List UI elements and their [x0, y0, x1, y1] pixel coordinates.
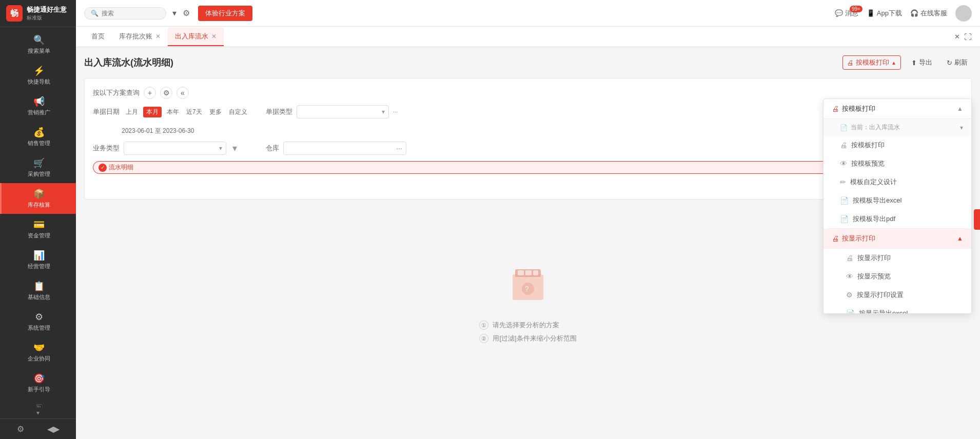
topbar-settings-icon[interactable]: ⚙ [181, 6, 192, 20]
dropdown-preview-template[interactable]: 👁 按模板预览 [824, 154, 971, 173]
system-icon: ⚙ [35, 311, 43, 323]
app-center-icon: 📱 [33, 404, 45, 407]
design-icon: ✏ [840, 178, 846, 186]
print-template-button[interactable]: 🖨 按模板打印 ▲ [842, 55, 901, 70]
date-options: 上月 本月 本年 近7天 更多 自定义 [124, 107, 249, 117]
sidebar-item-app-center[interactable]: 📱 应用中心 [0, 398, 76, 407]
biz-type-dropdown-icon[interactable]: ▾ [232, 143, 237, 154]
dropdown-preview-display[interactable]: 👁 按显示预览 [824, 267, 971, 286]
doc-type-more-icon[interactable]: ··· [393, 108, 398, 115]
tab-inventory-flow-close[interactable]: ✕ [211, 33, 217, 40]
message-button[interactable]: 💬 消息 99+ [835, 9, 858, 18]
page-content: 出入库流水(流水明细) 🖨 按模板打印 ▲ ⬆ 导出 ↻ 刷新 [76, 47, 980, 439]
warehouse-label: 仓库 [266, 144, 279, 153]
message-icon: 💬 [835, 9, 843, 17]
user-avatar[interactable] [955, 5, 972, 22]
tab-inventory-batch-label: 库存批次账 [119, 32, 152, 41]
dropdown-print-settings-display[interactable]: ⚙ 按显示打印设置 [824, 286, 971, 304]
industry-solution-button[interactable]: 体验行业方案 [198, 6, 252, 21]
refresh-button[interactable]: ↻ 刷新 [943, 56, 972, 69]
tab-inventory-flow[interactable]: 出入库流水 ✕ [168, 28, 224, 46]
date-opt-7days[interactable]: 近7天 [184, 107, 204, 117]
page-header: 出入库流水(流水明细) 🖨 按模板打印 ▲ ⬆ 导出 ↻ 刷新 [84, 55, 972, 70]
tabs-bar: 首页 库存批次账 ✕ 出入库流水 ✕ ✕ ⛶ [76, 27, 980, 47]
sidebar-item-inventory[interactable]: 📦 库存核算 [0, 183, 76, 214]
sidebar-label-finance: 资金管理 [28, 232, 50, 240]
warehouse-input[interactable] [283, 142, 406, 155]
sidebar-label-operation: 经营管理 [28, 263, 50, 270]
tab-inventory-batch[interactable]: 库存批次账 ✕ [112, 28, 168, 46]
date-opt-this-year[interactable]: 本年 [165, 107, 181, 117]
sidebar-item-search[interactable]: 🔍 搜索菜单 [0, 29, 76, 60]
sidebar-item-enterprise[interactable]: 🤝 企业协同 [0, 337, 76, 368]
sidebar-item-quick-nav[interactable]: ⚡ 快捷导航 [0, 60, 76, 91]
doc-type-label: 单据类型 [266, 107, 292, 116]
tag-icon: ✓ [99, 164, 107, 172]
current-template-arrow[interactable]: ▾ [960, 124, 963, 131]
topbar-search-icon: 🔍 [91, 10, 99, 17]
empty-illustration: ? [502, 259, 554, 310]
sidebar-item-finance[interactable]: 💳 资金管理 [0, 214, 76, 245]
dropdown-print-template[interactable]: 🖨 按模板打印 [824, 136, 971, 154]
print-section2-icon: 🖨 [832, 234, 839, 243]
biz-type-label: 业务类型 [93, 144, 120, 153]
date-opt-last-month[interactable]: 上月 [124, 107, 140, 117]
dropdown-export-excel-template[interactable]: 📄 按模板导出excel [824, 191, 971, 210]
app-download-button[interactable]: 📱 App下载 [867, 9, 902, 18]
dropdown-section2-title: 按显示打印 [842, 234, 875, 243]
filter-collapse-button[interactable]: « [177, 87, 189, 99]
tab-home[interactable]: 首页 [84, 28, 112, 46]
tabs-expand-actions: ✕ ⛶ [954, 32, 972, 41]
dropdown-section1-header[interactable]: 🖨 按模板打印 ▲ [824, 99, 971, 119]
sidebar-item-purchase[interactable]: 🛒 采购管理 [0, 152, 76, 183]
tab-expand-fullscreen-icon[interactable]: ⛶ [964, 32, 972, 41]
svg-text:?: ? [525, 285, 529, 293]
sidebar-label-inventory: 库存核算 [28, 201, 50, 209]
date-opt-custom[interactable]: 自定义 [227, 107, 249, 117]
topbar-dropdown-icon[interactable]: ▾ [170, 6, 179, 20]
dropdown-export-pdf-template[interactable]: 📄 按模板导出pdf [824, 210, 971, 228]
date-opt-this-month[interactable]: 本月 [143, 107, 162, 117]
tab-expand-close-icon[interactable]: ✕ [954, 33, 960, 41]
warehouse-more-icon[interactable]: ··· [396, 144, 402, 152]
biz-type-select[interactable] [124, 142, 226, 155]
sidebar-item-sales[interactable]: 💰 销售管理 [0, 122, 76, 152]
dropdown-section1-arrow[interactable]: ▲ [957, 105, 963, 112]
tab-inventory-batch-close[interactable]: ✕ [155, 33, 161, 40]
settings-bottom-icon[interactable]: ⚙ [17, 424, 24, 434]
empty-steps-list: ① 请先选择要分析的方案 ② 用[过滤]条件来缩小分析范围 [479, 321, 576, 347]
export-button[interactable]: ⬆ 导出 [907, 56, 936, 69]
sidebar-bottom: ⚙ ◀▶ [0, 418, 76, 439]
doc-type-select[interactable] [297, 105, 389, 118]
sidebar-item-guide[interactable]: 🎯 新手引导 [0, 368, 76, 398]
sidebar-item-system[interactable]: ⚙ 系统管理 [0, 306, 76, 337]
excel-icon-1: 📄 [840, 196, 849, 205]
search-input[interactable] [102, 10, 160, 17]
sidebar-toggle-icon[interactable]: ◀▶ [47, 424, 60, 434]
message-badge: 99+ [850, 6, 863, 12]
filter-warehouse-item: 仓库 ··· [266, 142, 406, 155]
topbar-actions: ▾ ⚙ [170, 6, 192, 20]
right-edge-button[interactable] [974, 209, 980, 230]
app-logo-text: 畅捷通好生意 标准版 [27, 6, 67, 21]
sidebar-item-basic[interactable]: 📋 基础信息 [0, 275, 76, 306]
filter-settings-button[interactable]: ⚙ [160, 87, 172, 99]
sidebar-navigation: 🔍 搜索菜单 ⚡ 快捷导航 📢 营销推广 💰 销售管理 🛒 采购管理 📦 库存核… [0, 27, 76, 407]
tab-inventory-flow-label: 出入库流水 [175, 32, 208, 41]
sidebar-scroll-down[interactable]: ▾ [0, 407, 76, 418]
svg-rect-4 [533, 270, 538, 275]
topbar-search-box[interactable]: 🔍 [84, 7, 166, 19]
dropdown-print-display[interactable]: 🖨 按显示打印 [824, 249, 971, 267]
online-service-button[interactable]: 🎧 在线客服 [910, 9, 947, 18]
topbar-right: 💬 消息 99+ 📱 App下载 🎧 在线客服 [835, 5, 972, 22]
sidebar-item-operation[interactable]: 📊 经营管理 [0, 245, 76, 275]
dropdown-section2-header[interactable]: 🖨 按显示打印 ▲ [824, 229, 971, 249]
date-opt-more[interactable]: 更多 [207, 107, 224, 117]
filter-add-button[interactable]: + [144, 87, 156, 99]
dropdown-custom-template[interactable]: ✏ 模板自定义设计 [824, 173, 971, 191]
dropdown-export-excel-display[interactable]: 📄 按显示导出excel [824, 304, 971, 314]
dropdown-section2-arrow[interactable]: ▲ [957, 235, 963, 242]
sidebar-item-marketing[interactable]: 📢 营销推广 [0, 91, 76, 122]
guide-icon: 🎯 [33, 373, 45, 384]
marketing-icon: 📢 [33, 96, 45, 107]
